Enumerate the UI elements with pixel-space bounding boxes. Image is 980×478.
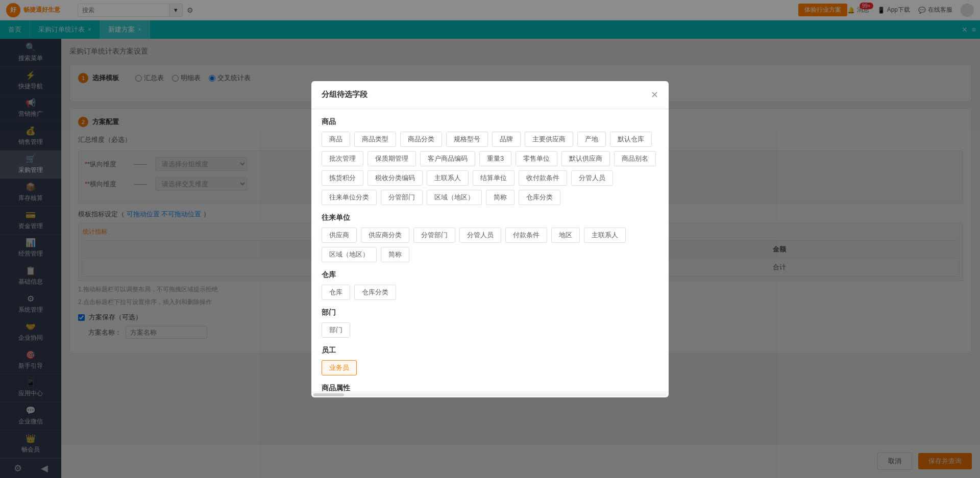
- modal-overlay[interactable]: 分组待选字段 ✕ 商品商品商品类型商品分类规格型号品牌主要供应商产地默认仓库批次…: [0, 0, 980, 478]
- field-tag-1-7[interactable]: 区域（地区）: [322, 247, 377, 262]
- field-tag-1-0[interactable]: 供应商: [322, 228, 357, 243]
- field-tag-0-6[interactable]: 产地: [577, 132, 606, 147]
- field-tags-1: 供应商供应商分类分管部门分管人员付款条件地区主联系人区域（地区）简称: [322, 228, 658, 262]
- field-tag-0-17[interactable]: 主联系人: [427, 170, 469, 186]
- field-tag-0-8[interactable]: 批次管理: [322, 151, 363, 166]
- field-tags-4: 业务员: [322, 360, 658, 375]
- field-tag-0-9[interactable]: 保质期管理: [368, 151, 416, 166]
- field-group-0: 商品商品商品类型商品分类规格型号品牌主要供应商产地默认仓库批次管理保质期管理客户…: [322, 117, 658, 205]
- field-tag-1-1[interactable]: 供应商分类: [361, 228, 409, 243]
- field-tag-1-5[interactable]: 地区: [551, 228, 580, 243]
- field-tag-0-15[interactable]: 拣货积分: [322, 170, 363, 186]
- field-tag-4-0[interactable]: 业务员: [322, 360, 357, 375]
- modal-header: 分组待选字段 ✕: [311, 81, 669, 109]
- field-group-title-3: 部门: [322, 308, 658, 317]
- field-tag-0-4[interactable]: 品牌: [492, 132, 521, 147]
- field-tag-0-25[interactable]: 仓库分类: [519, 190, 560, 205]
- field-tag-0-20[interactable]: 分管人员: [571, 170, 613, 186]
- field-group-title-0: 商品: [322, 117, 658, 127]
- field-tags-0: 商品商品类型商品分类规格型号品牌主要供应商产地默认仓库批次管理保质期管理客户商品…: [322, 132, 658, 205]
- field-group-5: 商品属性属性颜色多规格尺码鞋码1: [322, 384, 658, 392]
- field-tag-0-18[interactable]: 结算单位: [473, 170, 514, 186]
- field-tag-2-0[interactable]: 仓库: [322, 285, 350, 300]
- field-tag-0-11[interactable]: 重量3: [479, 151, 511, 166]
- field-tag-1-6[interactable]: 主联系人: [584, 228, 626, 243]
- field-tag-1-2[interactable]: 分管部门: [413, 228, 455, 243]
- field-tag-1-3[interactable]: 分管人员: [459, 228, 501, 243]
- modal-body: 商品商品商品类型商品分类规格型号品牌主要供应商产地默认仓库批次管理保质期管理客户…: [311, 109, 669, 392]
- field-tag-0-0[interactable]: 商品: [322, 132, 350, 147]
- field-tag-0-24[interactable]: 简称: [486, 190, 514, 205]
- field-tag-0-5[interactable]: 主要供应商: [525, 132, 573, 147]
- field-tag-0-14[interactable]: 商品别名: [614, 151, 656, 166]
- field-tag-0-7[interactable]: 默认仓库: [610, 132, 652, 147]
- field-tag-0-23[interactable]: 区域（地区）: [427, 190, 482, 205]
- field-tag-1-8[interactable]: 简称: [381, 247, 409, 262]
- field-group-title-2: 仓库: [322, 270, 658, 280]
- hscroll-bar: [313, 393, 667, 396]
- modal: 分组待选字段 ✕ 商品商品商品类型商品分类规格型号品牌主要供应商产地默认仓库批次…: [311, 81, 669, 397]
- field-tag-3-0[interactable]: 部门: [322, 322, 350, 338]
- field-tag-0-13[interactable]: 默认供应商: [561, 151, 610, 166]
- field-group-3: 部门部门: [322, 308, 658, 338]
- field-tag-0-3[interactable]: 规格型号: [446, 132, 488, 147]
- field-group-title-4: 员工: [322, 346, 658, 355]
- field-tag-0-2[interactable]: 商品分类: [400, 132, 442, 147]
- field-tags-3: 部门: [322, 322, 658, 338]
- field-group-4: 员工业务员: [322, 346, 658, 375]
- hscroll-thumb[interactable]: [313, 393, 344, 396]
- field-group-title-5: 商品属性: [322, 384, 658, 392]
- field-tag-2-1[interactable]: 仓库分类: [354, 285, 396, 300]
- field-tag-0-19[interactable]: 收付款条件: [519, 170, 567, 186]
- field-tag-1-4[interactable]: 付款条件: [505, 228, 547, 243]
- field-tag-0-22[interactable]: 分管部门: [381, 190, 423, 205]
- modal-hscroll: [311, 392, 669, 397]
- field-tag-0-12[interactable]: 零售单位: [516, 151, 557, 166]
- field-tag-0-10[interactable]: 客户商品编码: [420, 151, 475, 166]
- field-tag-0-1[interactable]: 商品类型: [354, 132, 396, 147]
- modal-title: 分组待选字段: [322, 90, 368, 99]
- field-tag-0-21[interactable]: 往来单位分类: [322, 190, 377, 205]
- modal-close-button[interactable]: ✕: [651, 89, 658, 100]
- field-group-title-1: 往来单位: [322, 213, 658, 222]
- field-group-2: 仓库仓库仓库分类: [322, 270, 658, 300]
- field-tag-0-16[interactable]: 税收分类编码: [368, 170, 423, 186]
- field-group-1: 往来单位供应商供应商分类分管部门分管人员付款条件地区主联系人区域（地区）简称: [322, 213, 658, 262]
- field-tags-2: 仓库仓库分类: [322, 285, 658, 300]
